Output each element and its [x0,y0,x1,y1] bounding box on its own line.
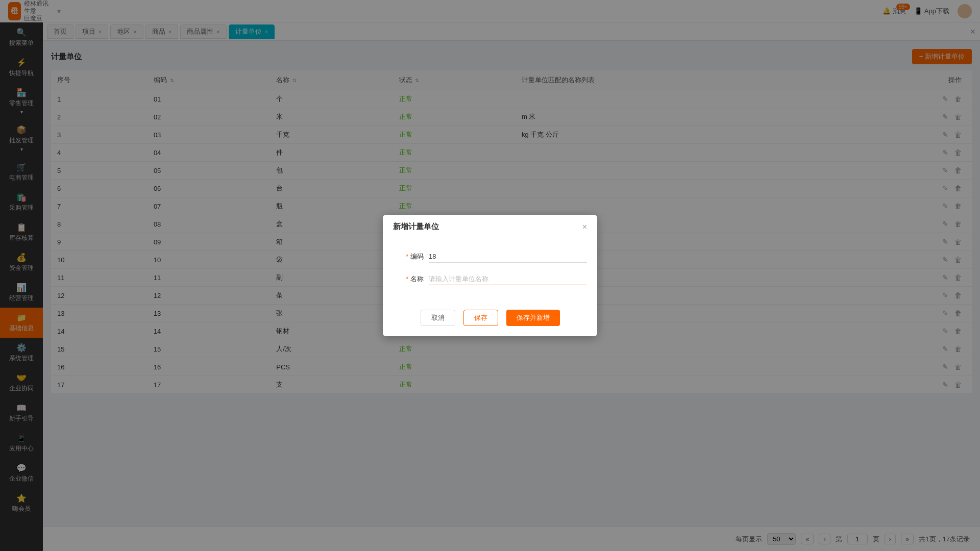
modal-header: 新增计量单位 × [383,215,597,238]
add-unit-modal: 新增计量单位 × * 编码 * 名称 取消 保存 保存并新增 [383,215,597,336]
modal-title: 新增计量单位 [393,222,439,232]
modal-overlay: 新增计量单位 × * 编码 * 名称 取消 保存 保存并新增 [0,0,980,551]
form-row-code: * 编码 [393,251,587,263]
code-required-mark: * [406,253,408,260]
name-field[interactable] [429,273,587,285]
save-and-new-button[interactable]: 保存并新增 [506,310,560,326]
modal-footer: 取消 保存 保存并新增 [383,304,597,336]
code-field[interactable] [429,251,587,263]
save-button[interactable]: 保存 [463,310,498,326]
form-row-name: * 名称 [393,273,587,285]
name-field-label: * 名称 [393,274,424,284]
code-field-label: * 编码 [393,252,424,261]
modal-body: * 编码 * 名称 [383,238,597,304]
cancel-button[interactable]: 取消 [421,310,455,326]
name-required-mark: * [406,275,408,283]
modal-close-button[interactable]: × [582,223,587,231]
